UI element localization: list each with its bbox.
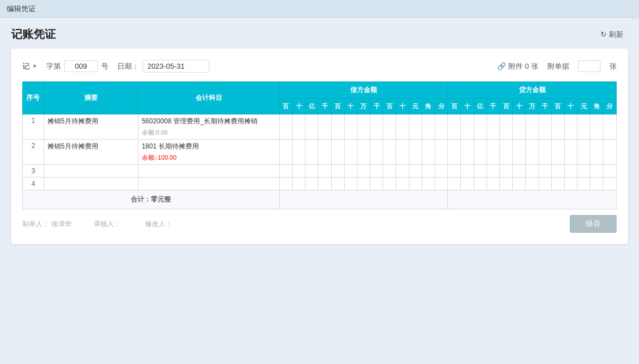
cell-credit-digit[interactable] <box>578 114 590 140</box>
cell-debit-digit[interactable] <box>331 178 344 190</box>
cell-credit-digit[interactable] <box>551 140 564 165</box>
cell-credit-digit[interactable] <box>538 165 551 178</box>
cell-debit-digit[interactable] <box>357 165 370 178</box>
zhang-input[interactable] <box>578 60 600 72</box>
cell-debit-digit[interactable] <box>409 165 422 178</box>
cell-credit-digit[interactable] <box>474 178 487 190</box>
cell-debit-digit[interactable] <box>370 165 383 178</box>
cell-debit-digit[interactable] <box>435 114 448 140</box>
cell-credit-digit[interactable] <box>487 178 499 190</box>
cell-debit-digit[interactable] <box>409 114 422 140</box>
cell-credit-digit[interactable] <box>551 165 564 178</box>
cell-credit-digit[interactable] <box>551 178 564 190</box>
cell-credit-digit[interactable] <box>603 114 617 140</box>
cell-credit-digit[interactable] <box>474 114 487 140</box>
cell-debit-digit[interactable] <box>292 140 305 165</box>
cell-credit-digit[interactable] <box>578 178 590 190</box>
cell-credit-digit[interactable] <box>461 178 474 190</box>
cell-credit-digit[interactable] <box>578 165 590 178</box>
cell-debit-digit[interactable] <box>318 140 331 165</box>
cell-debit-digit[interactable] <box>357 114 370 140</box>
cell-debit-digit[interactable] <box>422 165 435 178</box>
cell-credit-digit[interactable] <box>526 140 538 165</box>
cell-debit-digit[interactable] <box>306 140 318 165</box>
cell-credit-digit[interactable] <box>487 165 499 178</box>
cell-credit-digit[interactable] <box>590 140 603 165</box>
cell-debit-digit[interactable] <box>396 140 409 165</box>
cell-credit-digit[interactable] <box>448 140 461 165</box>
cell-account[interactable]: 56020008 管理费用_长期待摊费用摊销余额:0.00 <box>138 114 279 140</box>
cell-credit-digit[interactable] <box>474 140 487 165</box>
cell-credit-digit[interactable] <box>538 140 551 165</box>
cell-credit-digit[interactable] <box>487 114 499 140</box>
cell-debit-digit[interactable] <box>422 114 435 140</box>
cell-summary[interactable] <box>44 165 138 178</box>
cell-debit-digit[interactable] <box>370 114 383 140</box>
cell-credit-digit[interactable] <box>564 114 577 140</box>
refresh-button[interactable]: ↻ 刷新 <box>596 27 628 42</box>
cell-debit-digit[interactable] <box>318 114 331 140</box>
cell-credit-digit[interactable] <box>526 165 538 178</box>
cell-debit-digit[interactable] <box>279 165 292 178</box>
cell-credit-digit[interactable] <box>499 140 512 165</box>
cell-debit-digit[interactable] <box>279 140 292 165</box>
cell-credit-digit[interactable] <box>538 114 551 140</box>
cell-debit-digit[interactable] <box>279 178 292 190</box>
cell-summary[interactable]: 摊销5月待摊费用 <box>44 114 138 140</box>
cell-credit-digit[interactable] <box>513 178 526 190</box>
cell-credit-digit[interactable] <box>564 140 577 165</box>
cell-debit-digit[interactable] <box>396 178 409 190</box>
cell-debit-digit[interactable] <box>357 140 370 165</box>
cell-credit-digit[interactable] <box>448 114 461 140</box>
save-button[interactable]: 保存 <box>570 215 617 233</box>
cell-credit-digit[interactable] <box>603 178 617 190</box>
cell-credit-digit[interactable] <box>590 114 603 140</box>
cell-debit-digit[interactable] <box>396 114 409 140</box>
cell-debit-digit[interactable] <box>292 114 305 140</box>
cell-account[interactable]: 1801 长期待摊费用余额:-100.00 <box>138 140 279 165</box>
date-input[interactable] <box>142 60 209 73</box>
cell-debit-digit[interactable] <box>318 165 331 178</box>
cell-credit-digit[interactable] <box>487 140 499 165</box>
cell-debit-digit[interactable] <box>383 178 396 190</box>
cell-debit-digit[interactable] <box>344 178 357 190</box>
cell-credit-digit[interactable] <box>448 178 461 190</box>
voucher-number-input[interactable] <box>64 60 98 72</box>
cell-debit-digit[interactable] <box>306 165 318 178</box>
cell-debit-digit[interactable] <box>344 114 357 140</box>
cell-debit-digit[interactable] <box>331 140 344 165</box>
cell-credit-digit[interactable] <box>461 114 474 140</box>
cell-debit-digit[interactable] <box>318 178 331 190</box>
cell-credit-digit[interactable] <box>513 114 526 140</box>
cell-credit-digit[interactable] <box>461 165 474 178</box>
cell-credit-digit[interactable] <box>603 140 617 165</box>
cell-credit-digit[interactable] <box>590 178 603 190</box>
cell-debit-digit[interactable] <box>409 140 422 165</box>
cell-credit-digit[interactable] <box>564 178 577 190</box>
cell-credit-digit[interactable] <box>499 178 512 190</box>
cell-debit-digit[interactable] <box>383 114 396 140</box>
cell-debit-digit[interactable] <box>422 178 435 190</box>
cell-credit-digit[interactable] <box>564 165 577 178</box>
cell-debit-digit[interactable] <box>331 165 344 178</box>
cell-debit-digit[interactable] <box>383 140 396 165</box>
cell-debit-digit[interactable] <box>435 178 448 190</box>
cell-debit-digit[interactable] <box>292 165 305 178</box>
cell-credit-digit[interactable] <box>474 165 487 178</box>
cell-summary[interactable] <box>44 178 138 190</box>
cell-credit-digit[interactable] <box>551 114 564 140</box>
cell-credit-digit[interactable] <box>578 140 590 165</box>
cell-debit-digit[interactable] <box>344 140 357 165</box>
cell-debit-digit[interactable] <box>370 140 383 165</box>
cell-debit-digit[interactable] <box>292 178 305 190</box>
cell-account[interactable] <box>138 178 279 190</box>
cell-debit-digit[interactable] <box>435 140 448 165</box>
type-select[interactable]: 记 ▼ <box>22 61 37 71</box>
cell-credit-digit[interactable] <box>499 165 512 178</box>
attachment-link[interactable]: 🔗 附件 0 张 <box>497 61 538 71</box>
cell-debit-digit[interactable] <box>306 114 318 140</box>
cell-debit-digit[interactable] <box>331 114 344 140</box>
cell-credit-digit[interactable] <box>448 165 461 178</box>
cell-credit-digit[interactable] <box>513 165 526 178</box>
cell-debit-digit[interactable] <box>435 165 448 178</box>
